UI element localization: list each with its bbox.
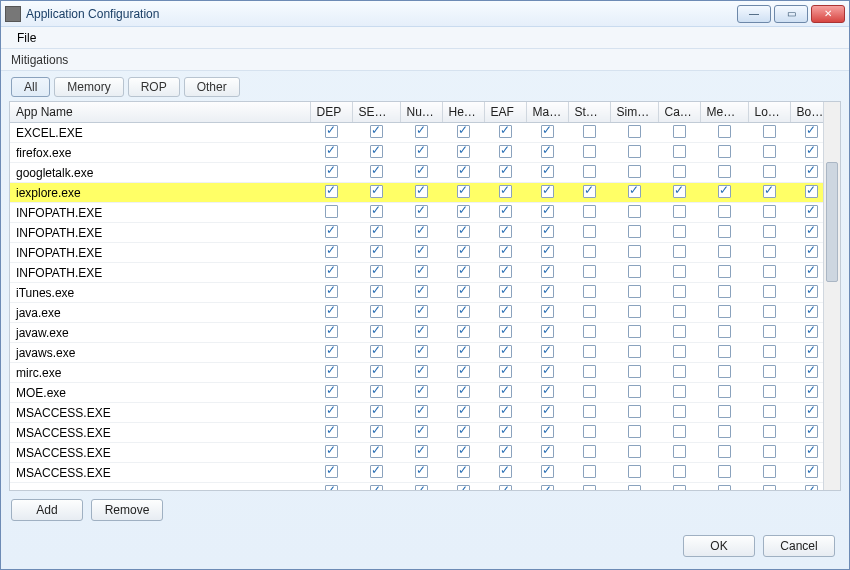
checkbox[interactable] [457,385,470,398]
mitigation-cell[interactable] [310,323,352,343]
checkbox[interactable] [499,265,512,278]
table-row[interactable]: INFOPATH.EXE [10,243,823,263]
col-loadlib[interactable]: Loa... [748,102,790,123]
app-name-cell[interactable]: MOE.exe [10,383,310,403]
mitigation-cell[interactable] [610,403,658,423]
checkbox[interactable] [583,285,596,298]
mitigation-cell[interactable] [658,303,700,323]
mitigation-cell[interactable] [568,463,610,483]
checkbox[interactable] [673,445,686,458]
app-name-cell[interactable]: EXCEL.EXE [10,123,310,143]
mitigation-cell[interactable] [700,223,748,243]
checkbox[interactable] [763,185,776,198]
checkbox[interactable] [628,345,641,358]
mitigation-cell[interactable] [658,383,700,403]
checkbox[interactable] [763,365,776,378]
mitigation-cell[interactable] [658,163,700,183]
col-bottomup[interactable]: Bott... [790,102,823,123]
checkbox[interactable] [541,185,554,198]
checkbox[interactable] [457,345,470,358]
mitigation-cell[interactable] [700,143,748,163]
checkbox[interactable] [370,245,383,258]
checkbox[interactable] [370,165,383,178]
checkbox[interactable] [805,265,818,278]
checkbox[interactable] [763,265,776,278]
checkbox[interactable] [583,445,596,458]
mitigation-cell[interactable] [310,463,352,483]
mitigation-cell[interactable] [790,263,823,283]
mitigation-cell[interactable] [568,263,610,283]
mitigation-cell[interactable] [442,123,484,143]
col-memprot[interactable]: Mem... [700,102,748,123]
checkbox[interactable] [541,225,554,238]
mitigation-cell[interactable] [610,143,658,163]
checkbox[interactable] [805,485,818,490]
checkbox[interactable] [583,385,596,398]
mitigation-cell[interactable] [400,403,442,423]
mitigation-cell[interactable] [658,483,700,491]
mitigation-cell[interactable] [568,243,610,263]
checkbox[interactable] [628,145,641,158]
app-name-cell[interactable]: MSACCESS.EXE [10,403,310,423]
checkbox[interactable] [718,205,731,218]
checkbox[interactable] [805,285,818,298]
checkbox[interactable] [415,465,428,478]
mitigation-cell[interactable] [700,363,748,383]
mitigation-cell[interactable] [658,183,700,203]
checkbox[interactable] [763,225,776,238]
app-name-cell[interactable]: java.exe [10,303,310,323]
menu-file[interactable]: File [9,29,44,47]
mitigation-cell[interactable] [310,163,352,183]
app-name-cell[interactable]: iexplore.exe [10,183,310,203]
mitigation-cell[interactable] [748,263,790,283]
filter-memory[interactable]: Memory [54,77,123,97]
checkbox[interactable] [673,325,686,338]
checkbox[interactable] [718,385,731,398]
checkbox[interactable] [541,205,554,218]
checkbox[interactable] [583,205,596,218]
table-row[interactable]: firefox.exe [10,143,823,163]
checkbox[interactable] [325,165,338,178]
checkbox[interactable] [457,165,470,178]
checkbox[interactable] [541,405,554,418]
table-row[interactable]: java.exe [10,303,823,323]
mitigation-cell[interactable] [658,223,700,243]
mitigation-cell[interactable] [400,443,442,463]
mitigation-cell[interactable] [526,403,568,423]
mitigation-cell[interactable] [352,163,400,183]
checkbox[interactable] [628,205,641,218]
checkbox[interactable] [673,245,686,258]
mitigation-cell[interactable] [442,223,484,243]
checkbox[interactable] [457,405,470,418]
mitigation-cell[interactable] [790,363,823,383]
mitigation-cell[interactable] [484,143,526,163]
mitigation-cell[interactable] [790,483,823,491]
mitigation-cell[interactable] [790,243,823,263]
checkbox[interactable] [628,165,641,178]
mitigation-cell[interactable] [700,403,748,423]
checkbox[interactable] [499,205,512,218]
mitigation-cell[interactable] [700,163,748,183]
checkbox[interactable] [628,405,641,418]
checkbox[interactable] [499,125,512,138]
mitigation-cell[interactable] [400,343,442,363]
mitigation-cell[interactable] [748,403,790,423]
checkbox[interactable] [805,445,818,458]
checkbox[interactable] [370,225,383,238]
table-row[interactable]: MSACCESS.EXE [10,443,823,463]
checkbox[interactable] [415,305,428,318]
mitigation-cell[interactable] [790,123,823,143]
mitigation-cell[interactable] [400,163,442,183]
mitigation-cell[interactable] [610,163,658,183]
mitigation-cell[interactable] [442,343,484,363]
checkbox[interactable] [325,145,338,158]
checkbox[interactable] [499,165,512,178]
app-name-cell[interactable]: INFOPATH.EXE [10,243,310,263]
mitigation-cell[interactable] [526,323,568,343]
col-sehop[interactable]: SEHOP [352,102,400,123]
checkbox[interactable] [415,125,428,138]
checkbox[interactable] [457,445,470,458]
checkbox[interactable] [673,165,686,178]
mitigation-cell[interactable] [526,283,568,303]
table-row[interactable]: javaw.exe [10,323,823,343]
